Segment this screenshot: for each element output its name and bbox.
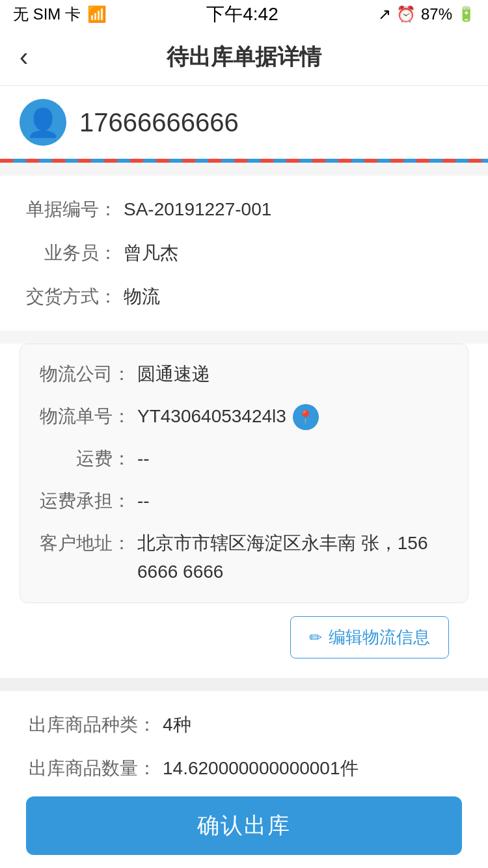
goods-quantity-value: 14.620000000000001件 bbox=[163, 754, 462, 783]
freight-bearer-row: 运费承担： -- bbox=[40, 487, 448, 516]
freight-bearer-value: -- bbox=[137, 487, 448, 516]
status-time: 下午4:42 bbox=[206, 2, 278, 27]
logistics-section: 物流公司： 圆通速递 物流单号： YT43064053424l3 运费： -- … bbox=[20, 344, 468, 603]
logistics-company-label: 物流公司： bbox=[40, 360, 131, 389]
logistics-company-value: 圆通速递 bbox=[137, 360, 448, 389]
delivery-method-value: 物流 bbox=[124, 282, 462, 312]
address-label: 客户地址： bbox=[40, 529, 131, 558]
edit-icon: ✏ bbox=[309, 629, 322, 647]
status-left: 无 SIM 卡 📶 bbox=[13, 4, 107, 25]
freight-bearer-label: 运费承担： bbox=[40, 487, 131, 516]
order-number-row: 单据编号： SA-20191227-001 bbox=[26, 195, 462, 224]
section-divider bbox=[0, 678, 488, 691]
avatar: 👤 bbox=[20, 99, 66, 146]
wifi-icon: 📶 bbox=[87, 5, 107, 23]
goods-quantity-row: 出库商品数量： 14.620000000000001件 bbox=[26, 754, 462, 783]
logistics-tracking-row: 物流单号： YT43064053424l3 bbox=[40, 402, 448, 431]
confirm-outbound-button[interactable]: 确认出库 bbox=[26, 796, 462, 855]
customer-header: 👤 17666666666 bbox=[0, 86, 488, 159]
page-title: 待出库单据详情 bbox=[167, 42, 321, 72]
back-button[interactable]: ‹ bbox=[20, 42, 28, 72]
goods-types-row: 出库商品种类： 4种 bbox=[26, 711, 462, 740]
address-value: 北京市市辖区海淀区永丰南 张，156 6666 6666 bbox=[137, 529, 448, 588]
sales-person-label: 业务员： bbox=[26, 239, 117, 268]
battery-text: 87% bbox=[421, 5, 452, 23]
logistics-company-row: 物流公司： 圆通速递 bbox=[40, 360, 448, 389]
alarm-icon: ⏰ bbox=[396, 5, 416, 23]
delivery-method-row: 交货方式： 物流 bbox=[26, 282, 462, 312]
logistics-wrapper: 物流公司： 圆通速递 物流单号： YT43064053424l3 运费： -- … bbox=[0, 344, 488, 678]
goods-types-value: 4种 bbox=[163, 711, 462, 740]
goods-quantity-label: 出库商品数量： bbox=[26, 754, 156, 783]
edit-logistics-button[interactable]: ✏ 编辑物流信息 bbox=[290, 616, 449, 658]
carrier-text: 无 SIM 卡 bbox=[13, 4, 81, 25]
logistics-tracking-value: YT43064053424l3 bbox=[137, 402, 448, 431]
goods-types-label: 出库商品种类： bbox=[26, 711, 156, 740]
dashed-separator bbox=[0, 159, 488, 163]
user-icon: 👤 bbox=[26, 107, 60, 139]
order-info-section: 单据编号： SA-20191227-001 业务员： 曾凡杰 交货方式： 物流 bbox=[0, 176, 488, 331]
map-pin-icon[interactable] bbox=[293, 404, 319, 430]
logistics-tracking-label: 物流单号： bbox=[40, 402, 131, 431]
nav-bar: ‹ 待出库单据详情 bbox=[0, 29, 488, 86]
freight-label: 运费： bbox=[40, 444, 131, 474]
edit-btn-label: 编辑物流信息 bbox=[329, 626, 430, 649]
sales-person-value: 曾凡杰 bbox=[124, 239, 462, 268]
address-row: 客户地址： 北京市市辖区海淀区永丰南 张，156 6666 6666 bbox=[40, 529, 448, 588]
delivery-method-label: 交货方式： bbox=[26, 282, 117, 312]
location-indicator: ↗ bbox=[378, 5, 391, 23]
battery-icon: 🔋 bbox=[457, 6, 475, 23]
order-number-label: 单据编号： bbox=[26, 195, 117, 224]
edit-btn-row: ✏ 编辑物流信息 bbox=[20, 616, 468, 678]
tracking-number: YT43064053424l3 bbox=[137, 402, 286, 431]
status-right: ↗ ⏰ 87% 🔋 bbox=[378, 5, 475, 23]
freight-row: 运费： -- bbox=[40, 444, 448, 474]
order-number-value: SA-20191227-001 bbox=[124, 195, 462, 224]
sales-person-row: 业务员： 曾凡杰 bbox=[26, 239, 462, 268]
freight-value: -- bbox=[137, 444, 448, 474]
customer-phone: 17666666666 bbox=[79, 108, 239, 137]
status-bar: 无 SIM 卡 📶 下午4:42 ↗ ⏰ 87% 🔋 bbox=[0, 0, 488, 29]
confirm-btn-bar: 确认出库 bbox=[0, 783, 488, 868]
